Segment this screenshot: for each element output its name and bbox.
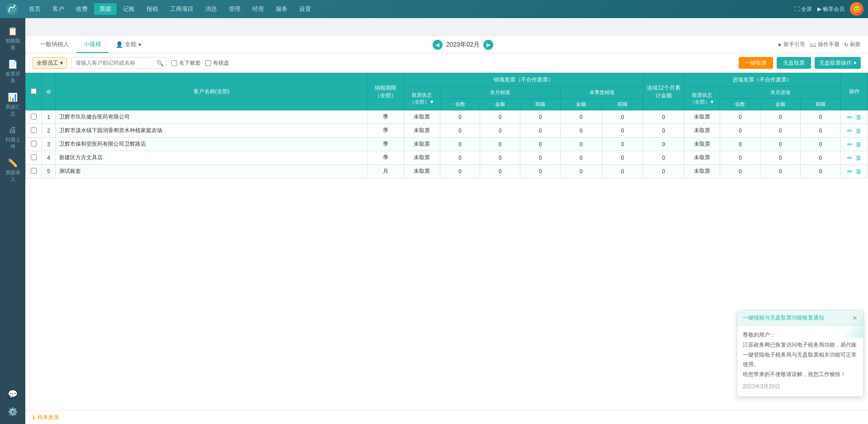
row-checkbox[interactable]	[31, 141, 37, 147]
vip-btn[interactable]: ▶ 畅享会员	[817, 5, 844, 13]
employee-select[interactable]: 全部员工 ▾	[33, 57, 67, 69]
guide-icon: ★	[777, 42, 782, 48]
col-p-tax: 税额	[801, 99, 841, 110]
row-12m-link[interactable]: 0	[662, 155, 665, 161]
tab-small-scale[interactable]: 小规模	[76, 37, 108, 53]
sidebar-item-smart-fetch[interactable]: 📋 智能取票	[1, 23, 24, 55]
filter-bar-right-actions: 一键取票 无盘取票 无盘取票操作 ▾	[739, 57, 861, 69]
popup-body-text: 江苏政务网已恢复访问电子税务局功能，易代账一键登陆电子税务局与无盘取票相关功能可…	[743, 340, 858, 370]
user-avatar[interactable]: 😊	[850, 2, 863, 16]
row-checkbox[interactable]	[31, 168, 37, 174]
row-sq-amount: 0	[561, 151, 602, 165]
new-guide-btn[interactable]: ★ 新手引导	[777, 41, 805, 48]
checkbox-has-disk-input[interactable]	[205, 60, 211, 66]
row-sq-tax: 0	[602, 138, 643, 151]
row-p-tax: 0	[801, 151, 841, 165]
refresh-btn[interactable]: ↻ 刷新	[844, 41, 861, 48]
row-s-tax: 0	[520, 124, 561, 138]
row-12m-link[interactable]: 0	[662, 141, 665, 148]
detail-icon[interactable]: 🗎	[855, 114, 862, 121]
nav-home[interactable]: 首页	[24, 3, 46, 15]
no-disk-ops-btn[interactable]: 无盘取票操作 ▾	[815, 57, 861, 69]
nav-business[interactable]: 工商项目	[165, 3, 199, 15]
nav-tax[interactable]: 报税	[141, 3, 164, 15]
sidebar-item-scan-upload[interactable]: 🖨 扫描上传	[1, 122, 24, 153]
manual-btn[interactable]: 📖 操作手册	[810, 41, 840, 48]
edit-icon[interactable]: ✏	[847, 168, 853, 175]
col-s-amount: 金额	[480, 99, 520, 110]
row-s-shares: 0	[440, 124, 480, 138]
row-sq-amount-link[interactable]: 0	[580, 114, 583, 120]
no-disk-fetch-btn[interactable]: 无盘取票	[777, 57, 811, 69]
row-12m-amount: 0	[643, 124, 684, 138]
row-customer-name: 卫辉市玖玖健合医药有限公司	[56, 110, 368, 124]
period-next-btn[interactable]: ▶	[483, 40, 493, 50]
nav-invoice[interactable]: 票据	[94, 3, 117, 15]
nav-customer[interactable]: 客户	[47, 3, 70, 15]
table-row: 1 卫辉市玖玖健合医药有限公司 季 未取票 0 0 0 0 0 0 未取票 0 …	[26, 110, 868, 124]
edit-icon[interactable]: ✏	[847, 127, 853, 134]
app-logo	[5, 2, 19, 16]
tax-policy-link[interactable]: 税务政策	[38, 414, 59, 421]
refresh-icon: ↻	[844, 42, 849, 48]
row-sq-amount-link[interactable]: 0	[580, 141, 583, 148]
select-all-checkbox[interactable]	[31, 88, 37, 94]
row-sq-tax: 0	[602, 124, 643, 138]
detail-icon[interactable]: 🗎	[855, 141, 862, 148]
row-sq-tax: 0	[602, 165, 643, 178]
nav-service[interactable]: 服务	[270, 3, 293, 15]
checkbox-my-accounts-input[interactable]	[171, 60, 177, 66]
checkbox-my-accounts[interactable]: 名下账套	[171, 59, 201, 67]
sidebar-item-invoice-summary[interactable]: 📊 票据汇总	[1, 89, 24, 121]
table-row: 4 新建区方方文具店 季 未取票 0 0 0 0 0 0 未取票 0 0 0 ✏…	[26, 151, 868, 165]
row-p-tax: 0	[801, 165, 841, 178]
edit-icon[interactable]: ✏	[847, 154, 853, 162]
sidebar-chat-btn[interactable]: 💬	[5, 386, 20, 402]
popup-watermark-decoration	[827, 310, 863, 338]
nav-manage[interactable]: 管理	[223, 3, 246, 15]
period-prev-btn[interactable]: ◀	[433, 40, 443, 50]
popup-date: 2023年3月20日	[743, 382, 858, 392]
sidebar-item-label: 智能取票	[3, 38, 22, 51]
row-sq-amount-link[interactable]: 0	[580, 128, 583, 134]
row-sq-amount-link[interactable]: 0	[580, 168, 583, 175]
detail-icon[interactable]: 🗎	[855, 168, 862, 175]
one-key-fetch-btn[interactable]: 一键取票	[739, 57, 773, 69]
popup-apology: 给您带来的不便敬请谅解，祝您工作愉快！	[743, 370, 858, 380]
action-icons-wrap: ✏ 🗎	[843, 127, 866, 134]
fullscreen-btn[interactable]: ⛶ 全屏	[794, 5, 812, 13]
row-checkbox[interactable]	[31, 154, 37, 160]
nav-operation[interactable]: 经营	[247, 3, 269, 15]
row-sales-status: 未取票	[404, 124, 440, 138]
nav-accounting[interactable]: 记账	[118, 3, 140, 15]
top-nav: 首页 客户 收费 票据 记账 报税 工商项目 消息 管理 经营 服务 设置 ⛶ …	[0, 0, 868, 18]
edit-icon[interactable]: ✏	[847, 141, 853, 148]
sidebar-item-invoice-entry[interactable]: ✏️ 票据录入	[1, 154, 24, 186]
row-sq-amount-link[interactable]: 0	[580, 155, 583, 161]
nav-message[interactable]: 消息	[200, 3, 222, 15]
row-sq-amount: 0	[561, 165, 602, 178]
row-checkbox[interactable]	[31, 114, 37, 119]
tab-general-taxpayer[interactable]: 一般纳税人	[33, 37, 76, 53]
tab-all-capable[interactable]: 👤 全能 ▾	[108, 37, 149, 53]
row-12m-link[interactable]: 0	[662, 114, 665, 120]
search-input[interactable]	[72, 58, 153, 67]
row-12m-link[interactable]: 0	[662, 168, 665, 175]
detail-icon[interactable]: 🗎	[855, 154, 862, 162]
row-s-amount: 0	[480, 151, 520, 165]
sidebar-item-invoice-open[interactable]: 📄 发票开具	[1, 56, 24, 88]
row-sales-status: 未取票	[404, 110, 440, 124]
nav-billing[interactable]: 收费	[71, 3, 93, 15]
chevron-down-icon: ▾	[60, 60, 63, 66]
row-checkbox[interactable]	[31, 127, 37, 133]
detail-icon[interactable]: 🗎	[855, 127, 862, 134]
row-12m-link[interactable]: 0	[662, 128, 665, 134]
nav-settings[interactable]: 设置	[294, 3, 316, 15]
checkbox-has-disk[interactable]: 有税盘	[205, 59, 229, 67]
period-label: 2023年02月	[446, 41, 480, 49]
row-p-amount: 0	[760, 165, 801, 178]
search-button[interactable]: 🔍	[153, 60, 166, 67]
edit-icon[interactable]: ✏	[847, 114, 853, 121]
sidebar-settings-btn[interactable]: ⚙️	[5, 404, 20, 419]
col-p-shares: 份数	[720, 99, 760, 110]
